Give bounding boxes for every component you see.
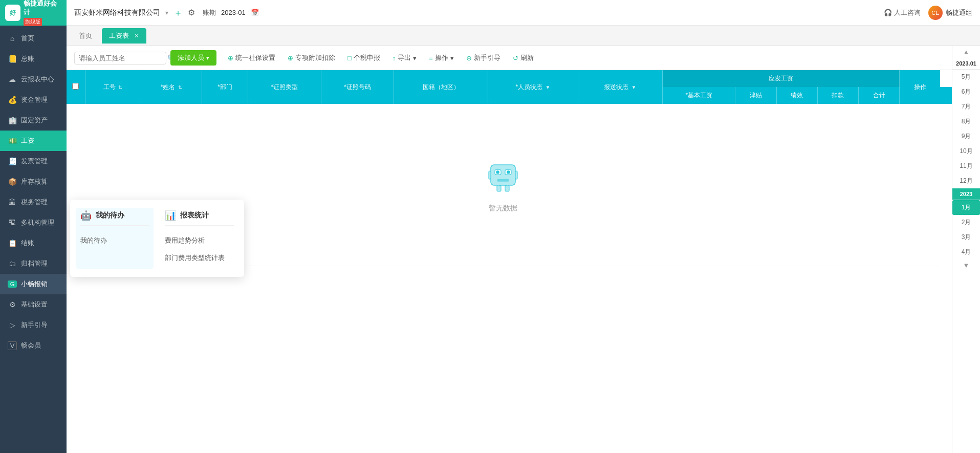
search-input[interactable] bbox=[79, 54, 165, 62]
avatar: CE bbox=[928, 6, 943, 20]
timeline-month-7[interactable]: 7月 bbox=[952, 99, 980, 114]
sidebar-item-tax[interactable]: 🏛 税务管理 bbox=[0, 192, 67, 212]
person-status-filter-icon[interactable]: ▼ bbox=[546, 84, 551, 90]
operate-button[interactable]: ≡ 操作 ▾ bbox=[426, 51, 457, 64]
sidebar-label-member: 畅会员 bbox=[21, 341, 41, 350]
company-dropdown-icon[interactable]: ▾ bbox=[165, 9, 168, 16]
sidebar-label-tax: 税务管理 bbox=[21, 198, 48, 207]
sidebar-item-closing[interactable]: 📋 结账 bbox=[0, 233, 67, 253]
sidebar-item-multi-org[interactable]: 🏗 多机构管理 bbox=[0, 212, 67, 233]
refresh-icon: ↺ bbox=[513, 54, 518, 62]
tax-icon: 🏛 bbox=[8, 198, 17, 206]
tax-report-button[interactable]: □ 个税申报 bbox=[344, 51, 383, 64]
deduction-label: 专项附加扣除 bbox=[295, 53, 335, 62]
sidebar-item-member[interactable]: V 畅会员 bbox=[0, 335, 67, 356]
sidebar-item-xiaochang[interactable]: G 小畅报销 bbox=[0, 274, 67, 294]
report-icon: 📊 bbox=[165, 210, 176, 221]
sidebar-label-invoice: 发票管理 bbox=[21, 157, 48, 166]
sidebar-item-fund[interactable]: 💰 资金管理 bbox=[0, 90, 67, 110]
calendar-icon[interactable]: 📅 bbox=[251, 9, 259, 16]
timeline-month-8[interactable]: 8月 bbox=[952, 114, 980, 129]
col-id-number: *证照号码 bbox=[321, 70, 394, 104]
timeline-down-nav[interactable]: ▼ bbox=[952, 260, 980, 271]
member-icon: V bbox=[8, 341, 17, 350]
social-security-button[interactable]: ⊕ 统一社保设置 bbox=[225, 51, 278, 64]
operate-icon: ≡ bbox=[429, 54, 433, 62]
sort-name-icon[interactable]: ⇅ bbox=[178, 84, 182, 90]
popup-report-item-1[interactable]: 费用趋势分析 bbox=[165, 232, 234, 249]
archive-icon: 🗂 bbox=[8, 260, 17, 268]
export-button[interactable]: ↑ 导出 ▾ bbox=[389, 51, 420, 64]
settings-icon[interactable]: ⚙ bbox=[188, 8, 195, 17]
tax-report-label: 个税申报 bbox=[354, 53, 380, 62]
sidebar-item-inventory[interactable]: 📦 库存核算 bbox=[0, 171, 67, 192]
tab-home[interactable]: 首页 bbox=[72, 28, 99, 44]
toolbar-actions: ⊕ 统一社保设置 ⊕ 专项附加扣除 □ 个税申报 ↑ 导出 ▾ ≡ 操作 ▾ bbox=[225, 51, 537, 64]
cloud-icon: ☁ bbox=[8, 75, 17, 83]
popup-report-item-2[interactable]: 部门费用类型统计表 bbox=[165, 249, 234, 267]
timeline-year-label: 2023.01 bbox=[952, 58, 980, 70]
timeline-month-9[interactable]: 9月 bbox=[952, 129, 980, 144]
new-guide-label: 新手引导 bbox=[474, 53, 500, 62]
sidebar-item-invoice[interactable]: 🧾 发票管理 bbox=[0, 151, 67, 171]
sidebar-label-salary: 工资 bbox=[21, 136, 34, 145]
sidebar-item-cloud-report[interactable]: ☁ 云报表中心 bbox=[0, 69, 67, 90]
col-report-status: 报送状态 ▼ bbox=[578, 70, 662, 104]
sidebar-item-fixed-asset[interactable]: 🏢 固定资产 bbox=[0, 110, 67, 131]
popup-todo-title: 我的待办 bbox=[96, 211, 124, 220]
popup-todo-item[interactable]: 我的待办 bbox=[80, 232, 149, 249]
service-button[interactable]: 🎧 人工咨询 bbox=[884, 8, 921, 17]
timeline-month-2[interactable]: 2月 bbox=[952, 215, 980, 230]
refresh-button[interactable]: ↺ 刷新 bbox=[510, 51, 537, 64]
sidebar-item-salary[interactable]: 💵 工资 bbox=[0, 131, 67, 151]
toolbar: 🔍 添加人员 ▾ ⊕ 统一社保设置 ⊕ 专项附加扣除 □ 个税申报 ↑ 导出 ▾ bbox=[67, 46, 980, 70]
popup-todo-col: 🤖 我的待办 我的待办 bbox=[76, 208, 154, 269]
timeline-month-3[interactable]: 3月 bbox=[952, 230, 980, 245]
svg-rect-0 bbox=[491, 165, 515, 185]
export-icon: ↑ bbox=[393, 54, 396, 62]
col-allowance: 津贴 bbox=[735, 87, 776, 104]
fixed-asset-icon: 🏢 bbox=[8, 116, 17, 124]
timeline-up-nav[interactable]: ▲ bbox=[952, 46, 980, 58]
sidebar-item-ledger[interactable]: 📒 总账 bbox=[0, 49, 67, 69]
operate-label: 操作 bbox=[435, 53, 448, 62]
popup-report-col: 📊 报表统计 费用趋势分析 部门费用类型统计表 bbox=[165, 210, 234, 267]
select-all-checkbox[interactable] bbox=[72, 83, 79, 90]
add-company-button[interactable]: ＋ bbox=[173, 7, 183, 19]
sidebar-nav: ⌂ 首页 📒 总账 ☁ 云报表中心 💰 资金管理 🏢 固定资产 💵 工资 🧾 发… bbox=[0, 26, 67, 453]
sidebar-label-fund: 资金管理 bbox=[21, 95, 48, 104]
popup-report-title: 报表统计 bbox=[180, 211, 209, 220]
col-base-salary: *基本工资 bbox=[663, 87, 735, 104]
inventory-icon: 📦 bbox=[8, 178, 17, 186]
sidebar-item-home[interactable]: ⌂ 首页 bbox=[0, 28, 67, 49]
report-status-filter-icon[interactable]: ▼ bbox=[631, 84, 637, 90]
timeline-month-5[interactable]: 5月 bbox=[952, 70, 980, 84]
sidebar-label-home: 首页 bbox=[21, 34, 34, 43]
tab-salary-label: 工资表 bbox=[109, 32, 129, 39]
timeline-month-10[interactable]: 10月 bbox=[952, 144, 980, 159]
col-deduct: 扣款 bbox=[817, 87, 858, 104]
closing-icon: 📋 bbox=[8, 239, 17, 247]
app-name: 畅捷通好会计 bbox=[24, 0, 61, 17]
sidebar-item-guide[interactable]: ▷ 新手引导 bbox=[0, 315, 67, 335]
guide-icon: ▷ bbox=[8, 321, 17, 329]
ledger-icon: 📒 bbox=[8, 55, 17, 63]
timeline-month-12[interactable]: 12月 bbox=[952, 174, 980, 188]
timeline-month-6[interactable]: 6月 bbox=[952, 84, 980, 99]
col-id-type: *证照类型 bbox=[248, 70, 321, 104]
user-menu[interactable]: CE 畅捷通组 bbox=[928, 6, 972, 20]
timeline-month-4[interactable]: 4月 bbox=[952, 245, 980, 260]
tab-close-icon[interactable]: ✕ bbox=[134, 32, 139, 39]
col-total: 合计 bbox=[859, 87, 900, 104]
timeline-month-1[interactable]: 1月 bbox=[952, 200, 980, 215]
sidebar-item-archive[interactable]: 🗂 归档管理 bbox=[0, 253, 67, 274]
timeline-month-11[interactable]: 11月 bbox=[952, 159, 980, 174]
export-arrow: ▾ bbox=[413, 54, 417, 62]
add-person-button[interactable]: 添加人员 ▾ bbox=[170, 50, 216, 66]
sidebar-item-basic[interactable]: ⚙ 基础设置 bbox=[0, 294, 67, 315]
sort-id-icon[interactable]: ⇅ bbox=[118, 84, 122, 90]
deduction-button[interactable]: ⊕ 专项附加扣除 bbox=[285, 51, 338, 64]
new-guide-button[interactable]: ⊕ 新手引导 bbox=[463, 51, 504, 64]
timeline-year-2023: 2023 bbox=[952, 188, 980, 200]
tab-salary-table[interactable]: 工资表 ✕ bbox=[102, 28, 146, 44]
